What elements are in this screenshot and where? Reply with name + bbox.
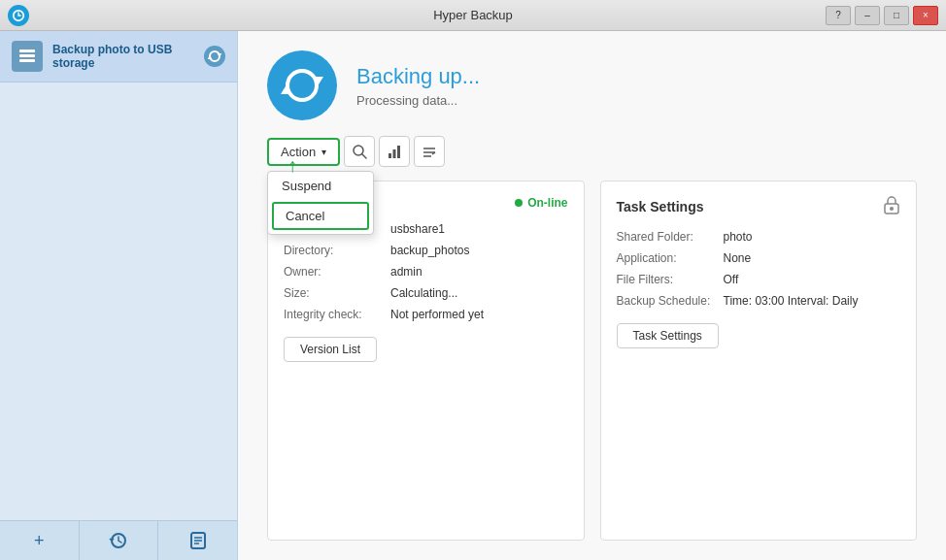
window-title: Hyper Backup	[433, 8, 513, 22]
help-button[interactable]: ?	[826, 6, 851, 25]
backup-status-heading: Backing up...	[356, 64, 480, 89]
table-row: Directory: backup_photos	[284, 244, 568, 257]
task-panel-header: Task Settings	[617, 195, 901, 218]
backup-status-subtext: Processing data...	[356, 93, 480, 108]
sidebar-item-label: Backup photo to USB storage	[52, 43, 194, 70]
lock-icon	[883, 195, 900, 218]
sync-animation-icon	[267, 50, 337, 120]
cancel-menu-item[interactable]: Cancel	[272, 202, 369, 230]
table-row: Size: Calculating...	[284, 286, 568, 300]
svg-rect-1	[19, 49, 35, 52]
svg-point-20	[890, 207, 894, 211]
table-row: Owner: admin	[284, 265, 568, 279]
svg-rect-15	[397, 146, 400, 158]
svg-rect-3	[19, 59, 35, 62]
chart-button[interactable]	[379, 136, 410, 167]
app-logo	[8, 5, 29, 26]
suspend-menu-item[interactable]: Suspend	[268, 172, 373, 200]
table-row: Integrity check: Not performed yet	[284, 308, 568, 321]
table-row: File Filters: Off	[617, 273, 901, 286]
svg-rect-13	[389, 153, 391, 158]
dropdown-arrow-indicator: ↑	[287, 154, 297, 177]
menu-button[interactable]	[414, 136, 445, 167]
status-area: Backing up... Processing data...	[267, 50, 917, 120]
table-row: Backup Schedule: Time: 03:00 Interval: D…	[617, 294, 901, 308]
minimize-button[interactable]: –	[855, 6, 880, 25]
online-status-badge: On-line	[515, 196, 567, 210]
sidebar-footer: +	[0, 520, 237, 560]
close-button[interactable]: ×	[913, 6, 938, 25]
maximize-button[interactable]: □	[884, 6, 909, 25]
sidebar-refresh-button[interactable]	[204, 46, 225, 67]
title-bar: Hyper Backup ? – □ ×	[0, 0, 946, 31]
content-area: Backing up... Processing data... Action …	[238, 31, 946, 560]
svg-rect-14	[393, 149, 396, 158]
table-row: Shared Folder: photo	[617, 230, 901, 244]
online-dot	[515, 199, 523, 207]
sidebar: Backup photo to USB storage +	[0, 31, 238, 560]
target-panel-footer: Version List	[284, 337, 568, 362]
backup-task-icon	[12, 41, 43, 72]
add-task-button[interactable]: +	[0, 521, 80, 560]
toolbar: Action ▾	[267, 136, 917, 167]
svg-rect-2	[19, 54, 35, 57]
task-settings-panel: Task Settings Shared Folder: photo Appli…	[600, 181, 918, 541]
table-row: Application: None	[617, 251, 901, 265]
status-text-area: Backing up... Processing data...	[356, 64, 480, 108]
action-dropdown-menu: ↑ Suspend Cancel	[267, 171, 374, 235]
log-button[interactable]	[158, 521, 237, 560]
version-list-button[interactable]: Version List	[284, 337, 377, 362]
action-dropdown-arrow: ▾	[321, 147, 326, 157]
sidebar-item-backup[interactable]: Backup photo to USB storage	[0, 31, 237, 82]
main-layout: Backup photo to USB storage +	[0, 31, 946, 560]
search-button[interactable]	[344, 136, 375, 167]
history-button[interactable]	[80, 521, 159, 560]
task-panel-footer: Task Settings	[617, 323, 901, 348]
svg-line-12	[362, 154, 366, 158]
window-controls: ? – □ ×	[826, 6, 938, 25]
task-settings-button[interactable]: Task Settings	[617, 323, 719, 348]
action-button[interactable]: Action ▾	[267, 138, 340, 166]
